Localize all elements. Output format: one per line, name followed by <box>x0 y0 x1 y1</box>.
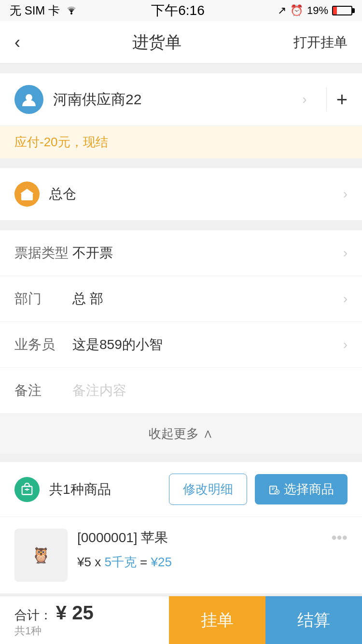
svg-point-0 <box>70 13 72 14</box>
product-thumbnail: 🦉 <box>14 529 68 582</box>
bottom-bar: 合计： ¥ 25 共1种 挂单 结算 <box>0 596 362 644</box>
alarm-icon: ⏰ <box>290 4 303 17</box>
select-product-label: 选择商品 <box>284 481 334 498</box>
department-row[interactable]: 部门 总 部 › <box>0 276 362 322</box>
nav-bar: ‹ 进货单 打开挂单 <box>0 21 362 64</box>
products-header: 共1种商品 修改明细 选择商品 <box>0 462 362 517</box>
supplier-section: 河南供应商22 › + 应付-20元，现结 <box>0 73 362 158</box>
product-item: 🦉 [0000001] 苹果 ¥5 x 5千克 = ¥25 ••• <box>0 517 362 593</box>
form-section: 票据类型 不开票 › 部门 总 部 › 业务员 这是859的小智 › 备注 备注… <box>0 230 362 414</box>
warehouse-name: 总仓 <box>49 185 343 203</box>
collapse-row[interactable]: 收起更多 ∧ <box>0 414 362 454</box>
salesperson-label: 业务员 <box>14 336 72 354</box>
owl-icon: 🦉 <box>31 546 51 564</box>
location-icon: ↗ <box>278 4 286 17</box>
svg-rect-2 <box>21 193 33 200</box>
status-left: 无 SIM 卡 <box>10 3 78 18</box>
divider-1 <box>0 158 362 168</box>
total-count: 共1种 <box>14 624 154 638</box>
status-time: 下午6:16 <box>151 1 205 20</box>
products-count: 共1种商品 <box>49 480 169 499</box>
supplier-avatar <box>14 85 43 114</box>
checkout-button[interactable]: 结算 <box>265 596 362 644</box>
supplier-name[interactable]: 河南供应商22 <box>53 90 302 110</box>
supplier-chevron-icon: › <box>302 92 306 107</box>
total-amount: ¥ 25 <box>56 602 94 623</box>
product-price: ¥5 x 5千克 = ¥25 <box>77 554 331 571</box>
supplier-row: 河南供应商22 › + <box>0 73 362 126</box>
warning-banner: 应付-20元，现结 <box>0 126 362 158</box>
warehouse-chevron-icon: › <box>343 186 348 202</box>
total-row: 合计： ¥ 25 <box>14 602 154 624</box>
department-label: 部门 <box>14 290 72 308</box>
invoice-type-value: 不开票 <box>72 244 343 262</box>
edit-detail-button[interactable]: 修改明细 <box>169 474 247 505</box>
remark-row: 备注 备注内容 <box>0 368 362 414</box>
department-chevron-icon: › <box>343 291 348 307</box>
select-product-button[interactable]: 选择商品 <box>255 474 348 504</box>
svg-point-1 <box>26 94 32 101</box>
invoice-type-chevron-icon: › <box>343 245 348 261</box>
remark-label: 备注 <box>14 381 72 400</box>
back-button[interactable]: ‹ <box>14 32 20 53</box>
pending-button[interactable]: 挂单 <box>169 596 265 644</box>
add-button[interactable]: + <box>336 89 348 111</box>
invoice-type-label: 票据类型 <box>14 244 72 262</box>
product-info: [0000001] 苹果 ¥5 x 5千克 = ¥25 <box>77 529 331 571</box>
salesperson-row[interactable]: 业务员 这是859的小智 › <box>0 322 362 368</box>
collapse-label: 收起更多 ∧ <box>149 425 213 442</box>
open-pending-button[interactable]: 打开挂单 <box>293 33 348 52</box>
battery-icon <box>332 6 352 15</box>
salesperson-value: 这是859的小智 <box>72 336 343 354</box>
invoice-type-row[interactable]: 票据类型 不开票 › <box>0 230 362 276</box>
warehouse-section: 总仓 › <box>0 168 362 221</box>
warning-text: 应付-20元，现结 <box>14 135 108 149</box>
battery-percent: 19% <box>307 4 328 17</box>
divider-2 <box>0 221 362 230</box>
product-more-button[interactable]: ••• <box>331 529 348 546</box>
bottom-total: 合计： ¥ 25 共1种 <box>0 602 169 638</box>
products-icon <box>14 477 40 502</box>
warehouse-row[interactable]: 总仓 › <box>0 168 362 221</box>
top-divider <box>0 64 362 73</box>
status-bar: 无 SIM 卡 下午6:16 ↗ ⏰ 19% <box>0 0 362 21</box>
status-right: ↗ ⏰ 19% <box>278 4 352 17</box>
department-value: 总 部 <box>72 290 343 308</box>
product-name: [0000001] 苹果 <box>77 529 331 547</box>
total-label: 合计： <box>14 608 52 622</box>
vertical-divider <box>326 87 327 112</box>
divider-3 <box>0 454 362 462</box>
salesperson-chevron-icon: › <box>343 337 348 352</box>
warehouse-icon <box>14 182 40 207</box>
remark-input[interactable]: 备注内容 <box>72 381 348 400</box>
wifi-icon <box>65 4 78 17</box>
carrier-label: 无 SIM 卡 <box>10 3 60 18</box>
page-title: 进货单 <box>132 31 181 54</box>
